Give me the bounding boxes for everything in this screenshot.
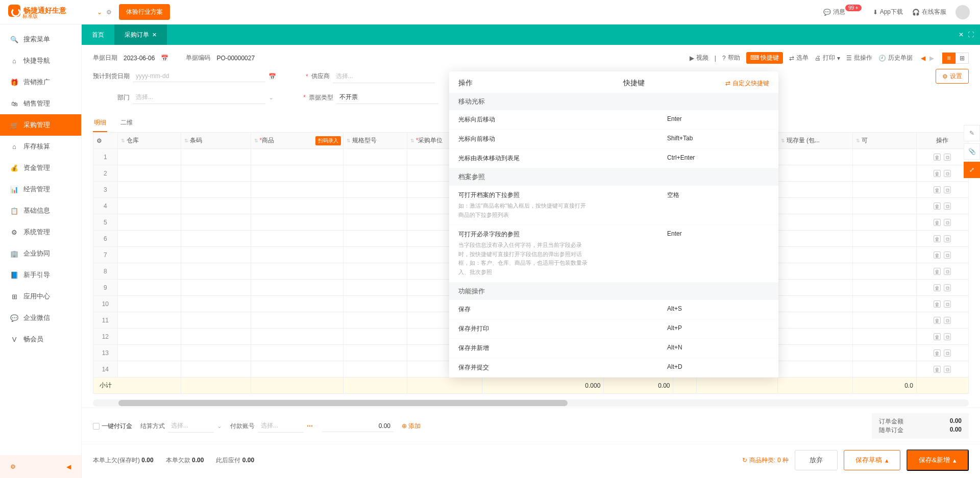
- view-list-icon[interactable]: ≡: [942, 53, 955, 64]
- tab-close-all-icon[interactable]: ✕: [959, 31, 964, 38]
- tab-home[interactable]: 首页: [82, 24, 114, 45]
- store-selector[interactable]: ⌄: [92, 9, 102, 16]
- invoice-type-value[interactable]: 不开票: [336, 91, 438, 104]
- tab-purchase-order[interactable]: 采购订单 ✕: [114, 24, 167, 45]
- row-delete-icon[interactable]: 🗑: [934, 251, 941, 259]
- account-more-icon[interactable]: ⋯: [307, 422, 314, 430]
- close-icon[interactable]: ✕: [152, 32, 157, 38]
- save-draft-button[interactable]: 保存草稿▴: [844, 450, 900, 470]
- account-select[interactable]: 选择...: [258, 419, 304, 433]
- row-delete-icon[interactable]: 🗑: [934, 333, 941, 340]
- row-copy-icon[interactable]: ⧉: [944, 170, 951, 177]
- row-copy-icon[interactable]: ⧉: [944, 219, 951, 226]
- save-new-button[interactable]: 保存&新增▴: [906, 449, 969, 471]
- messages-link[interactable]: 💬 消息 99 +: [823, 8, 864, 16]
- sidebar-item[interactable]: 💰资金管理: [0, 157, 81, 179]
- sidebar-item[interactable]: 💬企业微信: [0, 307, 81, 329]
- row-copy-icon[interactable]: ⧉: [944, 203, 951, 210]
- scan-tag[interactable]: 扫码录入: [315, 136, 341, 145]
- subtab-2d[interactable]: 二维: [119, 114, 134, 132]
- sidebar-item[interactable]: ⌂库存核算: [0, 136, 81, 157]
- sidebar-item[interactable]: 📘新手引导: [0, 264, 81, 286]
- col-warehouse[interactable]: ⇅仓库: [117, 133, 181, 149]
- row-copy-icon[interactable]: ⧉: [944, 251, 951, 259]
- row-copy-icon[interactable]: ⧉: [944, 186, 951, 193]
- subtab-detail[interactable]: 明细: [93, 114, 107, 132]
- row-delete-icon[interactable]: 🗑: [934, 235, 941, 242]
- calendar-icon[interactable]: 📅: [161, 55, 168, 62]
- history-link[interactable]: 🕘历史单据: [878, 54, 913, 62]
- sidebar-item[interactable]: 🏢企业协同: [0, 243, 81, 264]
- row-delete-icon[interactable]: 🗑: [934, 186, 941, 193]
- row-delete-icon[interactable]: 🗑: [934, 349, 941, 357]
- sidebar-item[interactable]: 📋基础信息: [0, 200, 81, 221]
- row-delete-icon[interactable]: 🗑: [934, 284, 941, 291]
- arrive-date-input[interactable]: yyyy-mm-dd: [133, 70, 265, 82]
- discard-button[interactable]: 放弃: [795, 450, 838, 470]
- row-copy-icon[interactable]: ⧉: [944, 317, 951, 324]
- sidebar-item[interactable]: 🎁营销推广: [0, 71, 81, 93]
- row-delete-icon[interactable]: 🗑: [934, 154, 941, 161]
- col-product[interactable]: ⇅*商品扫码录入: [251, 133, 343, 149]
- hotkey-button[interactable]: ⌨ 快捷键: [746, 52, 783, 64]
- user-menu[interactable]: [955, 5, 972, 19]
- rail-attach-icon[interactable]: 📎: [964, 143, 980, 160]
- sidebar-item[interactable]: 📊经营管理: [0, 179, 81, 200]
- settle-select[interactable]: 选择...: [168, 419, 214, 433]
- chevron-down-icon[interactable]: ⌄: [268, 94, 274, 101]
- horizontal-scrollbar[interactable]: [93, 399, 969, 407]
- col-stock[interactable]: ⇅现存量 (包...: [777, 133, 852, 149]
- row-delete-icon[interactable]: 🗑: [934, 219, 941, 226]
- next-page-icon[interactable]: ▶: [927, 55, 936, 62]
- row-copy-icon[interactable]: ⧉: [944, 366, 951, 373]
- row-delete-icon[interactable]: 🗑: [934, 317, 941, 324]
- rail-expand-icon[interactable]: ⤢: [964, 162, 980, 178]
- row-copy-icon[interactable]: ⧉: [944, 268, 951, 275]
- sidebar-item[interactable]: 🛍销售管理: [0, 93, 81, 114]
- date-value[interactable]: 2023-06-06: [124, 55, 155, 62]
- row-delete-icon[interactable]: 🗑: [934, 203, 941, 210]
- collapse-sidebar-icon[interactable]: ◀: [66, 463, 71, 470]
- sidebar-item[interactable]: 🛒采购管理: [0, 114, 81, 136]
- add-payment-link[interactable]: ⊕添加: [402, 422, 421, 431]
- video-link[interactable]: ▶视频: [690, 54, 708, 62]
- row-copy-icon[interactable]: ⧉: [944, 333, 951, 340]
- batch-link[interactable]: ☰批操作: [846, 54, 872, 62]
- row-delete-icon[interactable]: 🗑: [934, 170, 941, 177]
- help-link[interactable]: ?帮助: [722, 54, 740, 62]
- row-delete-icon[interactable]: 🗑: [934, 268, 941, 275]
- sidebar-item[interactable]: 🔍搜索菜单: [0, 29, 81, 50]
- rail-note-icon[interactable]: ✎: [964, 125, 980, 141]
- sidebar-item[interactable]: ⌂快捷导航: [0, 50, 81, 71]
- pay-full-checkbox[interactable]: 一键付订金: [93, 422, 132, 431]
- trial-button[interactable]: 体验行业方案: [119, 4, 170, 20]
- pay-amount-input[interactable]: 0.00: [322, 420, 394, 432]
- fullscreen-icon[interactable]: ⛶: [968, 31, 974, 38]
- settings-button[interactable]: ⚙设置: [936, 69, 969, 84]
- col-spec[interactable]: ⇅规格型号: [343, 133, 407, 149]
- col-barcode[interactable]: ⇅条码: [181, 133, 251, 149]
- online-support-link[interactable]: 🎧 在线客服: [912, 8, 946, 16]
- row-copy-icon[interactable]: ⧉: [944, 154, 951, 161]
- gear-icon[interactable]: ⚙: [106, 9, 112, 16]
- sidebar-item[interactable]: V畅会员: [0, 329, 81, 350]
- row-copy-icon[interactable]: ⧉: [944, 349, 951, 357]
- row-delete-icon[interactable]: 🗑: [934, 300, 941, 308]
- prev-page-icon[interactable]: ◀: [919, 55, 927, 62]
- row-copy-icon[interactable]: ⧉: [944, 235, 951, 242]
- sidebar-item[interactable]: ⚙系统管理: [0, 221, 81, 243]
- print-link[interactable]: 🖨打印▾: [815, 54, 840, 62]
- row-copy-icon[interactable]: ⧉: [944, 284, 951, 291]
- supplier-select[interactable]: 选择...: [333, 70, 435, 83]
- app-download-link[interactable]: ⬇ App下载: [873, 8, 903, 16]
- col-avail[interactable]: ⇅可: [853, 133, 917, 149]
- calendar-icon[interactable]: 📅: [268, 73, 276, 80]
- chevron-down-icon[interactable]: ⌄: [217, 422, 222, 430]
- custom-shortcut-link[interactable]: ⇄自定义快捷键: [725, 79, 769, 88]
- select-order-link[interactable]: ⇄选单: [789, 54, 808, 62]
- row-copy-icon[interactable]: ⧉: [944, 300, 951, 308]
- sidebar-item[interactable]: ⊞应用中心: [0, 286, 81, 307]
- settings-gear-icon[interactable]: ⚙: [10, 463, 16, 470]
- sku-count-link[interactable]: ↻商品种类: 0 种: [742, 456, 789, 465]
- row-delete-icon[interactable]: 🗑: [934, 366, 941, 373]
